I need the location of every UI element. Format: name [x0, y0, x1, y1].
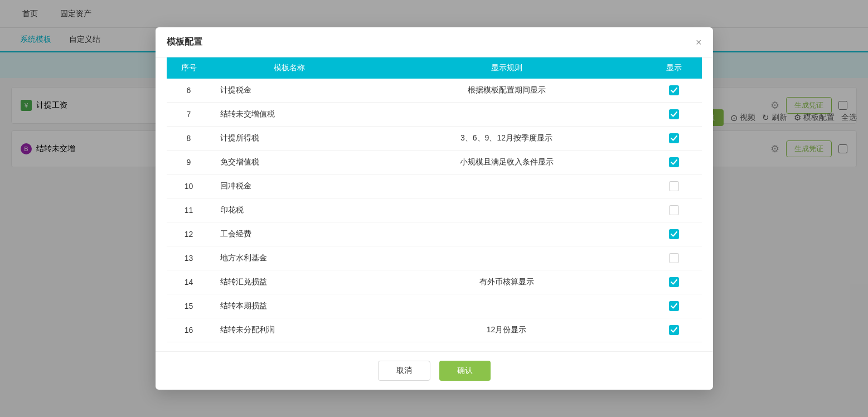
checkbox-wrap — [655, 229, 693, 239]
checkbox-checked-icon[interactable] — [669, 277, 679, 287]
checkbox-wrap — [655, 133, 693, 143]
table-row: 12工会经费 — [167, 222, 702, 246]
checkbox-wrap — [655, 109, 693, 119]
row-id: 11 — [167, 198, 211, 222]
col-header-name: 模板名称 — [211, 57, 367, 79]
row-rule — [367, 246, 646, 270]
col-header-id: 序号 — [167, 57, 211, 79]
checkbox-checked-icon[interactable] — [669, 229, 679, 239]
checkbox-wrap — [655, 325, 693, 335]
checkbox-checked-icon[interactable] — [669, 133, 679, 143]
row-rule: 12月份显示 — [367, 318, 646, 342]
row-checkbox-cell — [646, 127, 702, 151]
col-header-rule: 显示规则 — [367, 57, 646, 79]
row-id: 14 — [167, 270, 211, 294]
row-checkbox-cell — [646, 79, 702, 103]
row-checkbox-cell — [646, 294, 702, 318]
table-row: 8计提所得税3、6、9、12月按季度显示 — [167, 127, 702, 151]
row-rule — [367, 174, 646, 198]
modal-header: 模板配置 × — [156, 27, 713, 57]
table-row: 14结转汇兑损益有外币核算显示 — [167, 270, 702, 294]
row-name: 结转未分配利润 — [211, 318, 367, 342]
checkbox-checked-icon[interactable] — [669, 157, 679, 167]
row-id: 15 — [167, 294, 211, 318]
checkbox-wrap — [655, 85, 693, 95]
table-row: 10回冲税金 — [167, 174, 702, 198]
close-button[interactable]: × — [696, 37, 702, 47]
config-table: 序号 模板名称 显示规则 显示 6计提税金根据模板配置期间显示7结转未交增值税8… — [167, 57, 702, 342]
row-rule — [367, 222, 646, 246]
checkbox-unchecked-icon[interactable] — [669, 205, 679, 215]
checkbox-checked-icon[interactable] — [669, 85, 679, 95]
row-name: 结转汇兑损益 — [211, 270, 367, 294]
row-checkbox-cell — [646, 151, 702, 174]
row-checkbox-cell — [646, 103, 702, 127]
checkbox-unchecked-icon[interactable] — [669, 253, 679, 263]
row-id: 12 — [167, 222, 211, 246]
row-checkbox-cell — [646, 270, 702, 294]
row-rule: 3、6、9、12月按季度显示 — [367, 127, 646, 151]
row-name: 结转未交增值税 — [211, 103, 367, 127]
row-checkbox-cell — [646, 246, 702, 270]
modal-footer: 取消 确认 — [156, 351, 713, 390]
row-id: 8 — [167, 127, 211, 151]
modal-overlay: 模板配置 × 序号 模板名称 显示规则 显示 6计提税金根据模板配置期间显示7结… — [0, 0, 868, 417]
col-header-display: 显示 — [646, 57, 702, 79]
row-name: 工会经费 — [211, 222, 367, 246]
checkbox-wrap — [655, 205, 693, 215]
row-id: 6 — [167, 79, 211, 103]
checkbox-wrap — [655, 253, 693, 263]
checkbox-unchecked-icon[interactable] — [669, 181, 679, 191]
row-rule — [367, 198, 646, 222]
row-name: 地方水利基金 — [211, 246, 367, 270]
row-id: 7 — [167, 103, 211, 127]
checkbox-wrap — [655, 277, 693, 287]
table-body: 6计提税金根据模板配置期间显示7结转未交增值税8计提所得税3、6、9、12月按季… — [167, 79, 702, 342]
table-row: 7结转未交增值税 — [167, 103, 702, 127]
checkbox-wrap — [655, 301, 693, 311]
row-rule — [367, 103, 646, 127]
row-checkbox-cell — [646, 198, 702, 222]
row-rule: 根据模板配置期间显示 — [367, 79, 646, 103]
modal: 模板配置 × 序号 模板名称 显示规则 显示 6计提税金根据模板配置期间显示7结… — [156, 27, 713, 390]
row-name: 结转本期损益 — [211, 294, 367, 318]
row-name: 回冲税金 — [211, 174, 367, 198]
cancel-button[interactable]: 取消 — [378, 361, 430, 381]
row-rule — [367, 294, 646, 318]
checkbox-wrap — [655, 181, 693, 191]
modal-title: 模板配置 — [167, 36, 202, 48]
confirm-button[interactable]: 确认 — [439, 361, 491, 381]
row-rule: 有外币核算显示 — [367, 270, 646, 294]
row-name: 计提所得税 — [211, 127, 367, 151]
table-row: 11印花税 — [167, 198, 702, 222]
table-header: 序号 模板名称 显示规则 显示 — [167, 57, 702, 79]
row-id: 16 — [167, 318, 211, 342]
table-row: 16结转未分配利润12月份显示 — [167, 318, 702, 342]
row-id: 10 — [167, 174, 211, 198]
row-checkbox-cell — [646, 318, 702, 342]
row-rule: 小规模且满足收入条件显示 — [367, 151, 646, 174]
row-checkbox-cell — [646, 174, 702, 198]
table-row: 15结转本期损益 — [167, 294, 702, 318]
table-row: 6计提税金根据模板配置期间显示 — [167, 79, 702, 103]
checkbox-wrap — [655, 157, 693, 167]
checkbox-checked-icon[interactable] — [669, 301, 679, 311]
row-name: 免交增值税 — [211, 151, 367, 174]
table-row: 13地方水利基金 — [167, 246, 702, 270]
row-id: 13 — [167, 246, 211, 270]
row-id: 9 — [167, 151, 211, 174]
row-name: 印花税 — [211, 198, 367, 222]
checkbox-checked-icon[interactable] — [669, 109, 679, 119]
checkbox-checked-icon[interactable] — [669, 325, 679, 335]
row-name: 计提税金 — [211, 79, 367, 103]
row-checkbox-cell — [646, 222, 702, 246]
modal-body: 序号 模板名称 显示规则 显示 6计提税金根据模板配置期间显示7结转未交增值税8… — [156, 57, 713, 351]
table-row: 9免交增值税小规模且满足收入条件显示 — [167, 151, 702, 174]
